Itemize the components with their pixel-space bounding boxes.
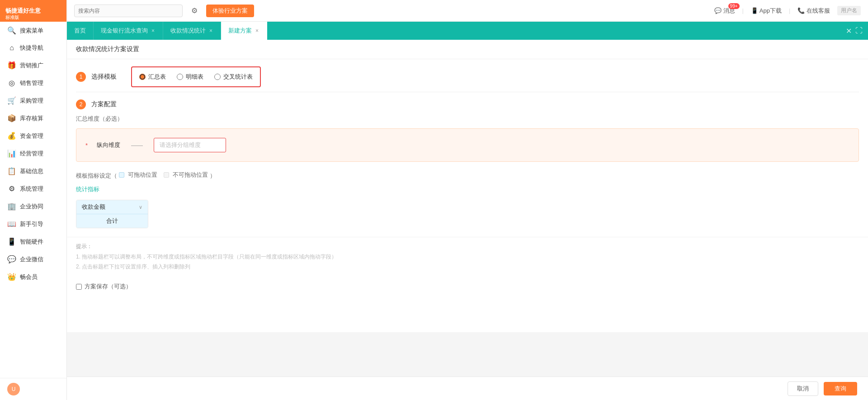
content-area: 收款情况统计方案设置 1 选择模板 汇总表明细表交叉统计表 2 方案配置 汇总维…	[67, 40, 868, 400]
sidebar-label-basic: 基础信息	[20, 167, 43, 175]
capital-icon: 💰	[7, 132, 16, 140]
step1-badge: 1	[76, 72, 86, 82]
radio-option-detail[interactable]: 明细表	[177, 73, 203, 81]
tab-bar: 首页现金银行流水查询×收款情况统计×新建方案× ✕ ⛶	[67, 22, 868, 40]
metrics-dropdown-icon: ∨	[139, 204, 142, 210]
username-display: 用户名	[837, 6, 861, 15]
purchase-icon: 🛒	[7, 96, 16, 105]
tab-label-bank-flow: 现金银行流水查询	[101, 27, 148, 35]
dimension-config-label: 汇总维度（必选）	[76, 115, 859, 123]
metrics-config-row: 模板指标设定（ 可拖动位置 不可拖动位置 ）	[76, 171, 859, 180]
tab-bank-flow[interactable]: 现金银行流水查询×	[94, 22, 163, 40]
close-window-button[interactable]: ✕	[846, 27, 852, 35]
enterprise-icon: 🏢	[7, 202, 16, 211]
tab-receipt-stats[interactable]: 收款情况统计×	[163, 22, 221, 40]
operation-icon: 📊	[7, 149, 16, 158]
tab-label-home: 首页	[74, 27, 86, 35]
search-input[interactable]	[74, 5, 183, 17]
tab-close-bank-flow[interactable]: ×	[151, 27, 156, 34]
sidebar-item-quick-nav[interactable]: ⌂快捷导航	[0, 39, 66, 56]
arrow: ——	[131, 142, 143, 149]
sidebar-item-operation[interactable]: 📊经营管理	[0, 145, 66, 162]
sidebar-label-operation: 经营管理	[20, 150, 43, 158]
dimension-select[interactable]: 请选择分组维度	[154, 138, 226, 152]
sidebar-label-quick-nav: 快捷导航	[20, 44, 43, 52]
footer-bar: 取消 查询	[67, 376, 868, 400]
service-btn[interactable]: 📞 在线客服	[797, 7, 830, 15]
sidebar-item-wechat[interactable]: 💬企业微信	[0, 250, 66, 268]
required-marker: *	[85, 142, 88, 149]
sidebar-footer: U	[0, 378, 66, 400]
radio-option-summary[interactable]: 汇总表	[139, 73, 166, 81]
sidebar-item-member[interactable]: 👑畅会员	[0, 268, 66, 286]
sidebar-label-sales: 销售管理	[20, 79, 43, 87]
metrics-table: 收款金额 ∨ 合计	[76, 200, 148, 228]
tips-lines: 1. 拖动标题栏可以调整布局，不可跨维度或指标区域拖动栏目字段（只能在同一维度或…	[76, 252, 859, 272]
sidebar-item-basic[interactable]: 📋基础信息	[0, 162, 66, 180]
sidebar-item-system[interactable]: ⚙系统管理	[0, 180, 66, 198]
step2-section: 2 方案配置 汇总维度（必选） * 纵向维度 —— 请选择分组维度	[67, 92, 868, 237]
radio-input-detail[interactable]	[177, 74, 183, 80]
movable-hint: 可拖动位置	[119, 171, 157, 179]
metrics-header[interactable]: 收款金额 ∨	[76, 200, 148, 214]
download-btn[interactable]: 📱 App下载	[751, 7, 782, 15]
sidebar: 畅捷通好生意 标准版 🔍搜索菜单⌂快捷导航🎁营销推广◎销售管理🛒采购管理📦库存核…	[0, 0, 67, 400]
marketing-icon: 🎁	[7, 61, 16, 70]
system-icon: ⚙	[7, 184, 16, 193]
wechat-icon: 💬	[7, 255, 16, 264]
sidebar-item-purchase[interactable]: 🛒采购管理	[0, 92, 66, 109]
radio-label-summary: 汇总表	[148, 73, 166, 81]
step2-row: 2 方案配置	[76, 99, 859, 115]
tab-new-plan[interactable]: 新建方案×	[221, 22, 267, 40]
basic-icon: 📋	[7, 167, 16, 175]
sidebar-item-marketing[interactable]: 🎁营销推广	[0, 56, 66, 74]
avatar: U	[7, 383, 20, 395]
sidebar-label-inventory: 库存核算	[20, 114, 43, 122]
header-right: 💬 消息 99+ | 📱 App下载 | 📞 在线客服 用户名	[714, 6, 861, 15]
step1-label: 选择模板	[91, 73, 117, 81]
tab-bar-actions: ✕ ⛶	[840, 22, 868, 40]
tab-close-new-plan[interactable]: ×	[255, 27, 259, 34]
stats-section: 统计指标 收款金额 ∨ 合计	[76, 185, 859, 230]
sidebar-label-member: 畅会员	[20, 273, 38, 281]
sidebar-item-hardware[interactable]: 📱智能硬件	[0, 233, 66, 250]
save-checkbox[interactable]	[76, 284, 82, 290]
step2-badge: 2	[76, 99, 86, 109]
cancel-button[interactable]: 取消	[788, 381, 818, 396]
dimension-area: * 纵向维度 —— 请选择分组维度	[76, 128, 859, 162]
member-icon: 👑	[7, 273, 16, 281]
radio-option-cross[interactable]: 交叉统计表	[214, 73, 253, 81]
search-icon: 🔍	[7, 26, 16, 35]
top-header: ⚙ 体验行业方案 💬 消息 99+ | 📱 App下载 | 📞 在线客服 用户名	[67, 0, 868, 22]
main-area: ⚙ 体验行业方案 💬 消息 99+ | 📱 App下载 | 📞 在线客服 用户名…	[67, 0, 868, 400]
save-checkbox-label[interactable]: 方案保存（可选）	[85, 282, 132, 291]
tab-close-receipt-stats[interactable]: ×	[208, 27, 213, 34]
vertical-dimension-label: 纵向维度	[97, 141, 120, 149]
sidebar-item-inventory[interactable]: 📦库存核算	[0, 109, 66, 127]
radio-input-summary[interactable]	[139, 74, 146, 80]
industry-button[interactable]: 体验行业方案	[206, 5, 254, 17]
fixed-dot	[164, 172, 169, 178]
radio-input-cross[interactable]	[214, 74, 221, 80]
movable-dot	[119, 172, 124, 178]
tab-label-receipt-stats: 收款情况统计	[170, 27, 206, 35]
dimension-row: * 纵向维度 —— 请选择分组维度	[85, 138, 849, 152]
save-option-row: 方案保存（可选）	[67, 277, 868, 296]
sidebar-label-hardware: 智能硬件	[20, 238, 43, 246]
step1-options-box: 汇总表明细表交叉统计表	[131, 66, 261, 87]
query-button[interactable]: 查询	[824, 382, 857, 395]
sidebar-item-capital[interactable]: 💰资金管理	[0, 127, 66, 145]
step2-label: 方案配置	[91, 100, 117, 108]
sidebar-item-enterprise[interactable]: 🏢企业协同	[0, 198, 66, 215]
tip-line: 1. 拖动标题栏可以调整布局，不可跨维度或指标区域拖动栏目字段（只能在同一维度或…	[76, 252, 859, 262]
sidebar-label-marketing: 营销推广	[20, 61, 43, 70]
gear-button[interactable]: ⚙	[188, 5, 201, 17]
notification-btn[interactable]: 💬 消息 99+	[714, 7, 735, 15]
sidebar-item-sales[interactable]: ◎销售管理	[0, 74, 66, 92]
maximize-button[interactable]: ⛶	[855, 27, 863, 35]
metrics-config-label: 模板指标设定（ 可拖动位置 不可拖动位置 ）	[76, 169, 216, 179]
quick-nav-icon: ⌂	[7, 44, 16, 52]
tab-home[interactable]: 首页	[67, 22, 94, 40]
sidebar-item-guide[interactable]: 📖新手引导	[0, 215, 66, 233]
sidebar-item-search[interactable]: 🔍搜索菜单	[0, 22, 66, 39]
